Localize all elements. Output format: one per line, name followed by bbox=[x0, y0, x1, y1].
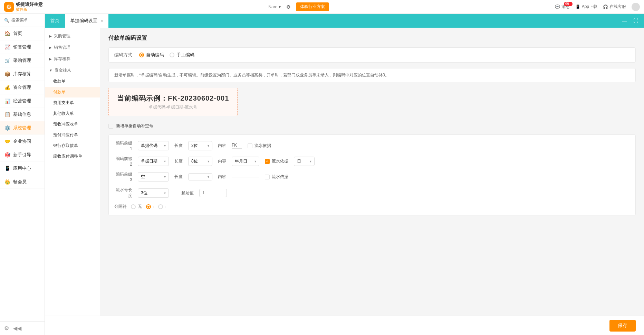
sidebar-item-finance[interactable]: 💰 资金管理 bbox=[0, 81, 45, 94]
prefix1-select-arrow: ▾ bbox=[164, 144, 166, 148]
tab-close-icon[interactable]: × bbox=[101, 19, 103, 23]
sec-item-bank[interactable]: 银行存取款单 bbox=[45, 140, 100, 151]
auto-encoding-radio[interactable]: 自动编码 bbox=[139, 52, 164, 58]
sep-dot2-radio[interactable]: · bbox=[158, 204, 166, 209]
minimize-icon[interactable]: — bbox=[621, 17, 629, 25]
enterprise-icon: 🤝 bbox=[4, 138, 10, 145]
sec-group-funds-header[interactable]: ▼ 资金往来 bbox=[45, 65, 100, 76]
online-service-button[interactable]: 🎧 在线客服 bbox=[603, 4, 626, 10]
main-layout: 🔍 搜索菜单 🏠 首页 📈 销售管理 🛒 采购管理 📦 库存核算 💰 资金管理 … bbox=[0, 14, 644, 335]
sep-dot1-radio[interactable]: · bbox=[146, 204, 154, 209]
sec-item-other-income[interactable]: 其他收入单 bbox=[45, 108, 100, 119]
form-section: 编码前缀1 单据代码 ▾ 长度 2位 ▾ 内容 FK bbox=[108, 134, 636, 215]
prefix3-serial-checkbox[interactable]: 流水依据 bbox=[265, 174, 288, 180]
sub-layout: ▶ 采购管理 ▶ 销售管理 ▶ 库存核算 bbox=[45, 28, 644, 316]
trial-button[interactable]: 体验行业方案 bbox=[296, 2, 329, 11]
message-button[interactable]: 💬 消息 99+ bbox=[555, 4, 570, 10]
finance-icon: 💰 bbox=[4, 84, 10, 91]
prefix3-content-val bbox=[232, 176, 259, 177]
sidebar-item-inventory[interactable]: 📦 库存核算 bbox=[0, 67, 45, 81]
sidebar-item-member[interactable]: 👑 畅会员 bbox=[0, 175, 45, 189]
prefix1-content-val: FK bbox=[232, 143, 242, 149]
encoding-mode-label: 编码方式 bbox=[114, 52, 132, 58]
prefix2-length-label: 长度 bbox=[174, 158, 183, 164]
purchase-icon: 🛒 bbox=[4, 57, 10, 64]
tab-encoding-settings[interactable]: 单据编码设置 × bbox=[65, 14, 108, 28]
prefix2-length-arrow: ▾ bbox=[208, 159, 209, 163]
tab-home[interactable]: 首页 bbox=[45, 14, 65, 28]
app-center-icon: 📱 bbox=[4, 165, 10, 171]
prefix3-serial-check[interactable] bbox=[265, 175, 270, 179]
sec-group-purchase-header[interactable]: ▶ 采购管理 bbox=[45, 30, 100, 42]
brand-sub: 插件版 bbox=[16, 7, 43, 12]
prefix2-label: 编码前缀2 bbox=[114, 156, 132, 167]
collapse-icon[interactable]: ◀◀ bbox=[13, 325, 21, 332]
sidebar-item-newbie[interactable]: 🎯 新手引导 bbox=[0, 148, 45, 162]
nav-dropdown[interactable]: Nare ▾ bbox=[268, 4, 281, 9]
start-value-label: 起始值 bbox=[181, 190, 194, 196]
sidebar-item-purchase[interactable]: 🛒 采购管理 bbox=[0, 54, 45, 67]
prefix1-serial-check[interactable] bbox=[248, 143, 252, 148]
sec-item-prepay-pay[interactable]: 预付冲应付单 bbox=[45, 130, 100, 140]
prefix2-select[interactable]: 单据日期 ▾ bbox=[138, 157, 169, 166]
sep-none-radio[interactable]: 无 bbox=[131, 204, 142, 210]
prefix2-serial-check[interactable]: ✓ bbox=[265, 159, 270, 164]
save-button[interactable]: 保存 bbox=[609, 320, 636, 332]
prefix2-serial-checkbox[interactable]: ✓ 流水依据 bbox=[265, 158, 288, 164]
prefix3-length-select[interactable]: ▾ bbox=[188, 173, 212, 180]
sec-group-stock: ▶ 库存核算 bbox=[45, 53, 100, 65]
prefix1-label: 编码前缀1 bbox=[114, 140, 132, 151]
prefix2-day-select[interactable]: 日 ▾ bbox=[294, 157, 315, 166]
sidebar-item-system[interactable]: ⚙️ 系统管理 bbox=[0, 121, 45, 135]
prefix1-length-arrow: ▾ bbox=[208, 144, 209, 148]
sec-item-payment[interactable]: 付款单 bbox=[45, 87, 100, 97]
serial-length-select[interactable]: 3位 ▾ bbox=[138, 188, 169, 198]
sidebar-item-enterprise[interactable]: 🤝 企业协同 bbox=[0, 135, 45, 148]
system-icon: ⚙️ bbox=[4, 125, 10, 131]
search-icon: 🔍 bbox=[4, 18, 9, 23]
sidebar-item-sales[interactable]: 📈 销售管理 bbox=[0, 40, 45, 54]
serial-length-arrow: ▾ bbox=[164, 191, 166, 195]
service-icon: 🎧 bbox=[603, 4, 608, 9]
sidebar-item-home[interactable]: 🏠 首页 bbox=[0, 27, 45, 40]
prefix2-length-select[interactable]: 8位 ▾ bbox=[188, 157, 212, 166]
prefix2-content-select[interactable]: 年月日 ▾ bbox=[232, 157, 259, 166]
maximize-icon[interactable]: ⛶ bbox=[632, 17, 640, 25]
sep-dot1-circle bbox=[146, 204, 151, 209]
brand-text: 畅捷通好生意 插件版 bbox=[16, 2, 43, 12]
sep-dot2-circle bbox=[158, 204, 163, 209]
sec-item-receipt[interactable]: 收款单 bbox=[45, 76, 100, 87]
top-bar: 畅捷通好生意 插件版 Nare ▾ ⚙ 体验行业方案 💬 消息 99+ 📱 Ap… bbox=[0, 0, 644, 14]
prefix3-length-label: 长度 bbox=[174, 174, 183, 180]
prefix1-length-select[interactable]: 2位 ▾ bbox=[188, 141, 212, 150]
brand-title: 畅捷通好生意 bbox=[16, 2, 43, 7]
user-avatar[interactable] bbox=[632, 3, 640, 11]
prefix2-row: 编码前缀2 单据日期 ▾ 长度 8位 ▾ 内容 年月日 bbox=[114, 156, 630, 167]
dropdown-label: Nare bbox=[268, 4, 277, 9]
main-panel: 付款单编码设置 编码方式 自动编码 手工编码 bbox=[100, 28, 644, 316]
brand: 畅捷通好生意 插件版 bbox=[4, 2, 43, 12]
settings-bottom-icon[interactable]: ⚙ bbox=[4, 325, 9, 332]
prefix3-select[interactable]: 空 ▾ bbox=[138, 172, 169, 182]
auto-fill-checkbox[interactable] bbox=[108, 124, 113, 129]
sidebar-item-basic-info[interactable]: 📋 基础信息 bbox=[0, 108, 45, 121]
prefix1-select[interactable]: 单据代码 ▾ bbox=[138, 141, 169, 150]
sec-item-prepay-recv[interactable]: 预收冲应收单 bbox=[45, 119, 100, 130]
manual-encoding-radio[interactable]: 手工编码 bbox=[170, 52, 194, 58]
sidebar-item-app-center[interactable]: 📱 应用中心 bbox=[0, 162, 45, 175]
prefix1-serial-checkbox[interactable]: 流水依据 bbox=[248, 143, 271, 149]
separator-label: 分隔符 bbox=[114, 204, 127, 210]
search-menu[interactable]: 🔍 搜索菜单 bbox=[0, 14, 45, 27]
sep-dot1-label: · bbox=[153, 204, 154, 209]
start-value-input[interactable] bbox=[199, 189, 227, 197]
app-download-button[interactable]: 📱 App下载 bbox=[575, 4, 597, 10]
prefix3-label: 编码前缀3 bbox=[114, 171, 132, 182]
sec-item-expense[interactable]: 费用支出单 bbox=[45, 97, 100, 108]
sep-none-label: 无 bbox=[138, 204, 142, 210]
sec-group-sales-header[interactable]: ▶ 销售管理 bbox=[45, 42, 100, 53]
gear-icon[interactable]: ⚙ bbox=[284, 3, 292, 11]
sec-group-stock-header[interactable]: ▶ 库存核算 bbox=[45, 53, 100, 65]
prefix2-select-arrow: ▾ bbox=[164, 159, 166, 163]
sec-item-adjust[interactable]: 应收应付调整单 bbox=[45, 151, 100, 162]
sidebar-item-operations[interactable]: 📊 经营管理 bbox=[0, 94, 45, 108]
